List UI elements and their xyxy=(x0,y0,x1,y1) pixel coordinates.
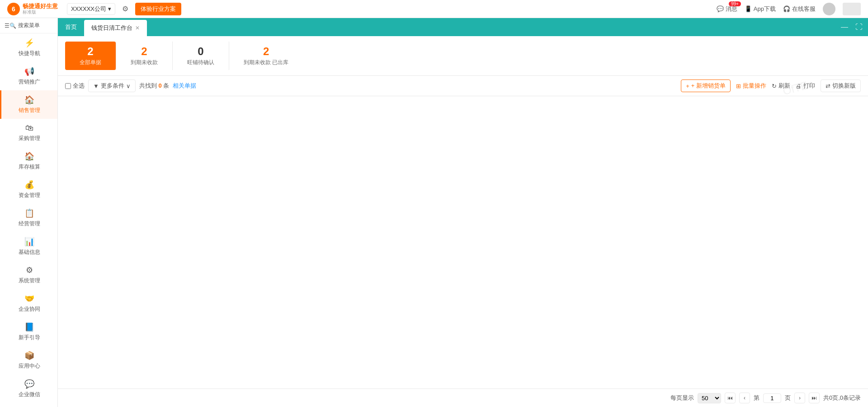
first-page-button[interactable]: ⏮ xyxy=(725,393,736,403)
switch-icon: ⇄ xyxy=(826,83,830,89)
page-suffix: 页 xyxy=(785,394,791,402)
stat-number-overdue: 2 xyxy=(141,45,147,58)
sidebar-item-marketing[interactable]: 📢 营销推广 xyxy=(0,62,57,90)
found-text: 共找到 0 条 xyxy=(139,82,169,90)
toolbar-right: + + 新增销货单 ⊞ 批量操作 ↻ 刷新 🖨 打印 xyxy=(681,80,861,92)
last-page-button[interactable]: ⏭ xyxy=(809,393,820,403)
batch-icon: ⊞ xyxy=(736,83,741,89)
finance-icon: 💰 xyxy=(24,180,34,190)
logo-icon: 6 xyxy=(7,3,20,15)
sidebar-item-purchase[interactable]: 🛍 采购管理 xyxy=(0,119,57,147)
stat-card-overdue[interactable]: 2 到期未收款 xyxy=(116,42,173,70)
user-name-display[interactable] xyxy=(843,3,861,15)
page-label: 第 xyxy=(754,394,760,402)
avatar[interactable] xyxy=(823,3,835,15)
select-all-input[interactable] xyxy=(65,83,71,89)
tab-workbench[interactable]: 钱货日清工作台 ✕ xyxy=(84,20,147,36)
tab-maximize-icon[interactable]: ⛶ xyxy=(854,21,864,33)
header-right: 💬 消息 99+ 📱 App下载 🎧 在线客服 xyxy=(717,3,861,15)
search-menu-label: 搜索菜单 xyxy=(18,22,40,29)
sidebar-label-quick-nav: 快捷导航 xyxy=(19,50,40,57)
logo-char: 6 xyxy=(12,5,15,13)
online-support-button[interactable]: 🎧 在线客服 xyxy=(783,5,816,13)
stat-number-pending: 0 xyxy=(198,45,203,58)
settings-button[interactable]: ⚙ xyxy=(119,3,132,15)
enterprise-icon: 🤝 xyxy=(24,294,34,304)
prev-page-button[interactable]: ‹ xyxy=(739,393,750,403)
new-order-label: + 新增销货单 xyxy=(691,82,726,90)
new-order-button[interactable]: + + 新增销货单 xyxy=(681,80,731,92)
related-orders-link[interactable]: 相关单据 xyxy=(173,82,196,90)
print-button[interactable]: 🖨 打印 xyxy=(796,82,815,90)
tab-bar-actions: — ⛶ xyxy=(839,21,868,33)
select-all-checkbox[interactable]: 全选 xyxy=(65,82,85,90)
sidebar-item-enterprise[interactable]: 🤝 企业协同 xyxy=(0,289,57,318)
download-icon: 📱 xyxy=(745,5,752,12)
wechat-icon: 💬 xyxy=(24,379,34,389)
operations-icon: 📋 xyxy=(24,208,34,218)
page-input[interactable]: 1 xyxy=(763,393,781,403)
pagination: 每页显示 50 100 200 ⏮ ‹ 第 1 页 › ⏭ 共0页,0条记录 xyxy=(58,388,868,407)
app-download-label: App下载 xyxy=(754,5,776,13)
next-page-button[interactable]: › xyxy=(794,393,805,403)
stat-number-overdue-shipped: 2 xyxy=(263,45,269,58)
stat-card-overdue-shipped[interactable]: 2 到期未收款 已出库 xyxy=(229,42,303,70)
tab-close-icon[interactable]: ✕ xyxy=(135,25,140,31)
company-selector[interactable]: XXXXXX公司 ▾ xyxy=(67,3,115,15)
sidebar-item-inventory[interactable]: 🏠 库存核算 xyxy=(0,147,57,175)
quick-nav-icon: ⚡ xyxy=(24,38,34,48)
app-center-icon: 📦 xyxy=(24,351,34,360)
sidebar-item-app-center[interactable]: 📦 应用中心 xyxy=(0,346,57,374)
stat-label-all: 全部单据 xyxy=(80,59,101,66)
toolbar-left: 全选 ▼ 更多条件 ∨ 共找到 0 条 相关单据 xyxy=(65,80,677,92)
stat-card-pending[interactable]: 0 旺铺待确认 xyxy=(173,42,229,70)
batch-button[interactable]: ⊞ 批量操作 xyxy=(736,82,766,90)
sidebar-label-sales: 销售管理 xyxy=(19,107,40,114)
logo-text: 畅捷通好生意 标准版 xyxy=(23,3,58,15)
online-support-label: 在线客服 xyxy=(792,5,816,13)
message-button[interactable]: 💬 消息 99+ xyxy=(717,5,737,13)
filter-icon: ▼ xyxy=(93,83,99,89)
sidebar-item-basic-info[interactable]: 📊 基础信息 xyxy=(0,232,57,261)
per-page-select[interactable]: 50 100 200 xyxy=(698,393,721,403)
sales-icon: 🏠 xyxy=(24,95,34,105)
tab-minimize-icon[interactable]: — xyxy=(839,21,850,33)
app-title: 畅捷通好生意 xyxy=(23,3,58,10)
stat-label-pending: 旺铺待确认 xyxy=(187,59,214,66)
refresh-button[interactable]: ↻ 刷新 xyxy=(772,82,790,90)
support-icon: 🎧 xyxy=(783,5,790,12)
sidebar-label-enterprise: 企业协同 xyxy=(19,305,40,313)
stat-label-overdue: 到期未收款 xyxy=(131,59,158,66)
sidebar-label-system: 系统管理 xyxy=(19,277,40,285)
stat-number-all: 2 xyxy=(87,45,93,58)
stats-bar: 2 全部单据 2 到期未收款 0 旺铺待确认 2 到期未收款 已出库 xyxy=(58,36,868,76)
more-filters-button[interactable]: ▼ 更多条件 ∨ xyxy=(88,80,136,92)
tab-home[interactable]: 首页 xyxy=(58,18,84,36)
app-download-button[interactable]: 📱 App下载 xyxy=(745,5,776,13)
sidebar-label-basic-info: 基础信息 xyxy=(19,248,40,256)
switch-version-button[interactable]: ⇄ 切换新版 xyxy=(821,80,861,92)
sidebar-item-wechat[interactable]: 💬 企业微信 xyxy=(0,374,57,403)
search-menu-button[interactable]: ☰🔍 搜索菜单 xyxy=(0,18,57,33)
sidebar-label-purchase: 采购管理 xyxy=(19,135,40,142)
sidebar-item-member[interactable]: 👑 畅会员 xyxy=(0,403,57,407)
sidebar-item-newbie[interactable]: 📘 新手引导 xyxy=(0,318,57,346)
sidebar-label-marketing: 营销推广 xyxy=(19,78,40,86)
select-all-label: 全选 xyxy=(73,82,85,90)
trial-button[interactable]: 体验行业方案 xyxy=(135,3,181,15)
batch-label: 批量操作 xyxy=(743,82,766,90)
per-page-label: 每页显示 xyxy=(670,394,694,402)
sidebar-item-operations[interactable]: 📋 经营管理 xyxy=(0,204,57,232)
new-order-icon: + xyxy=(686,83,689,89)
sidebar-item-quick-nav[interactable]: ⚡ 快捷导航 xyxy=(0,33,57,62)
sidebar-item-finance[interactable]: 💰 资金管理 xyxy=(0,175,57,204)
sidebar-label-inventory: 库存核算 xyxy=(19,163,40,171)
chevron-down-icon: ▾ xyxy=(108,5,111,12)
stat-card-all[interactable]: 2 全部单据 xyxy=(65,42,116,70)
more-filters-label: 更多条件 xyxy=(101,82,124,90)
newbie-icon: 📘 xyxy=(24,322,34,332)
refresh-label: 刷新 xyxy=(778,82,790,90)
sidebar-item-sales[interactable]: 🏠 销售管理 xyxy=(0,90,57,119)
sidebar-item-system[interactable]: ⚙ 系统管理 xyxy=(0,261,57,289)
sidebar-label-app-center: 应用中心 xyxy=(19,362,40,370)
